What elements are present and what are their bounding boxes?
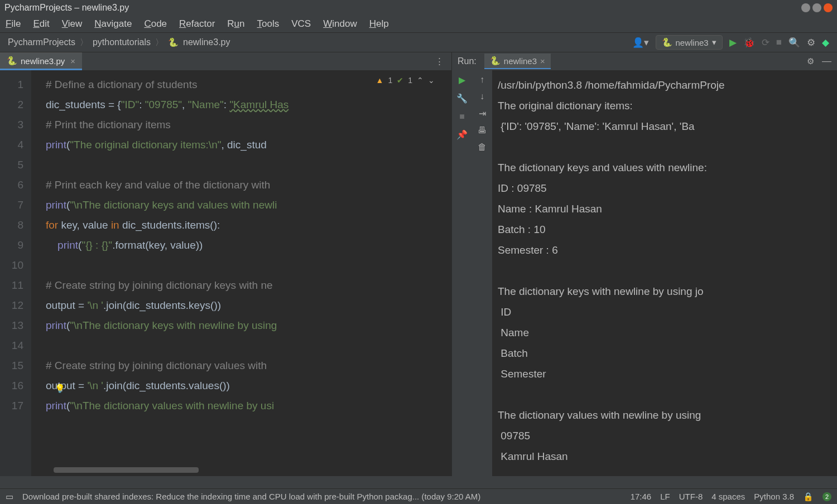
menu-refactor[interactable]: Refactor (179, 18, 215, 30)
run-vertical-toolbar2: ↑ ↓ ⇥ 🖶 🗑 (472, 70, 492, 476)
check-icon: ✔ (397, 76, 403, 85)
run-tab[interactable]: 🐍 newline3 × (484, 54, 551, 69)
run-label: Run: (458, 56, 477, 66)
maximize-icon[interactable] (812, 3, 821, 12)
run-config-selector[interactable]: 🐍 newline3 ▾ (656, 35, 723, 50)
stop-button[interactable]: ■ (459, 112, 465, 122)
lock-icon[interactable]: 🔒 (803, 492, 814, 502)
status-line-sep[interactable]: LF (660, 492, 670, 501)
hide-icon[interactable]: — (822, 56, 831, 67)
status-encoding[interactable]: UTF-8 (679, 492, 703, 501)
menu-code[interactable]: Code (144, 18, 167, 30)
breadcrumb-file[interactable]: newline3.py (183, 37, 230, 47)
run-vertical-toolbar: ▶ 🔧 ■ 📌 (452, 70, 472, 476)
gutter: 1234567891011121314151617 (0, 70, 31, 476)
breadcrumb-root[interactable]: PycharmProjects (8, 37, 75, 47)
menu-edit[interactable]: Edit (33, 18, 49, 30)
menu-navigate[interactable]: Navigate (94, 18, 132, 30)
coverage-button[interactable]: ⟳ (762, 37, 769, 49)
print-icon[interactable]: 🖶 (478, 125, 487, 135)
menu-view[interactable]: View (62, 18, 83, 30)
up-icon[interactable]: ↑ (480, 75, 484, 85)
navbar: PycharmProjects 〉 pythontutorials 〉 🐍 ne… (0, 32, 837, 52)
menubar: File Edit View Navigate Code Refactor Ru… (0, 16, 837, 32)
wrap-icon[interactable]: ⇥ (479, 108, 486, 119)
menu-file[interactable]: File (6, 18, 21, 30)
run-pane: Run: 🐍 newline3 × ⚙ — ▶ 🔧 ■ 📌 ↑ ↓ ⇥ 🖶 🗑 (452, 52, 837, 476)
chevron-right-icon: 〉 (155, 37, 163, 48)
trash-icon[interactable]: 🗑 (478, 142, 487, 152)
editor-pane: 🐍 newline3.py × ⋮ 1234567891011121314151… (0, 52, 452, 476)
breadcrumb-folder[interactable]: pythontutorials (93, 37, 151, 47)
down-icon[interactable]: ↓ (480, 91, 484, 101)
stop-button[interactable]: ■ (776, 37, 782, 48)
code-content[interactable]: # Define a dictionary of students dic_st… (31, 70, 451, 476)
menu-help[interactable]: Help (369, 18, 389, 30)
menu-window[interactable]: Window (323, 18, 357, 30)
statusbar: ▭ Download pre-built shared indexes: Red… (0, 488, 837, 504)
warning-icon: ▲ (376, 76, 384, 85)
horizontal-scrollbar[interactable] (54, 467, 199, 473)
status-interpreter[interactable]: Python 3.8 (754, 492, 794, 501)
tab-more-icon[interactable]: ⋮ (435, 56, 444, 66)
notifications-badge[interactable]: 2 (822, 492, 831, 501)
chevron-up-icon[interactable]: ⌃ (417, 76, 424, 85)
chevron-right-icon: 〉 (80, 37, 88, 48)
gear-icon[interactable]: ⚙ (807, 37, 815, 49)
chevron-down-icon: ▾ (712, 37, 716, 47)
python-icon: 🐍 (490, 56, 501, 66)
python-file-icon: 🐍 (7, 56, 17, 66)
minimize-icon[interactable] (801, 3, 810, 12)
search-icon[interactable]: 🔍 (788, 37, 800, 49)
debug-button[interactable]: 🐞 (743, 37, 755, 49)
close-tab-icon[interactable]: × (540, 56, 545, 66)
window-controls (801, 3, 833, 12)
python-file-icon: 🐍 (168, 37, 179, 47)
event-log-icon[interactable]: ▭ (6, 492, 13, 502)
user-icon[interactable]: 👤▾ (632, 37, 649, 49)
close-tab-icon[interactable]: × (70, 56, 75, 66)
code-editor[interactable]: 1234567891011121314151617 # Define a dic… (0, 70, 451, 476)
console-output[interactable]: /usr/bin/python3.8 /home/fahmida/Pycharm… (492, 70, 837, 476)
menu-vcs[interactable]: VCS (291, 18, 311, 30)
titlebar: PycharmProjects – newline3.py (0, 0, 837, 16)
menu-tools[interactable]: Tools (257, 18, 280, 30)
rerun-button[interactable]: ▶ (459, 75, 465, 85)
python-icon: 🐍 (662, 37, 672, 47)
status-indent[interactable]: 4 spaces (711, 492, 745, 501)
run-button[interactable]: ▶ (729, 37, 737, 49)
close-icon[interactable] (824, 3, 833, 12)
editor-tab[interactable]: 🐍 newline3.py × (0, 52, 82, 70)
intention-bulb-icon[interactable]: 💡 (55, 384, 65, 394)
editor-tabbar: 🐍 newline3.py × ⋮ (0, 52, 451, 70)
inspection-markers[interactable]: ▲1 ✔1 ⌃ ⌄ (376, 76, 435, 85)
status-time: 17:46 (631, 492, 652, 501)
menu-run[interactable]: Run (227, 18, 244, 30)
chevron-down-icon[interactable]: ⌄ (428, 76, 435, 85)
run-header: Run: 🐍 newline3 × ⚙ — (452, 52, 837, 70)
gear-icon[interactable]: ⚙ (807, 56, 814, 66)
pin-icon[interactable]: 📌 (456, 129, 468, 140)
status-message[interactable]: Download pre-built shared indexes: Reduc… (22, 492, 622, 501)
ide-icon[interactable]: ◆ (822, 37, 829, 49)
window-title: PycharmProjects – newline3.py (4, 3, 129, 13)
wrench-icon[interactable]: 🔧 (456, 93, 468, 104)
